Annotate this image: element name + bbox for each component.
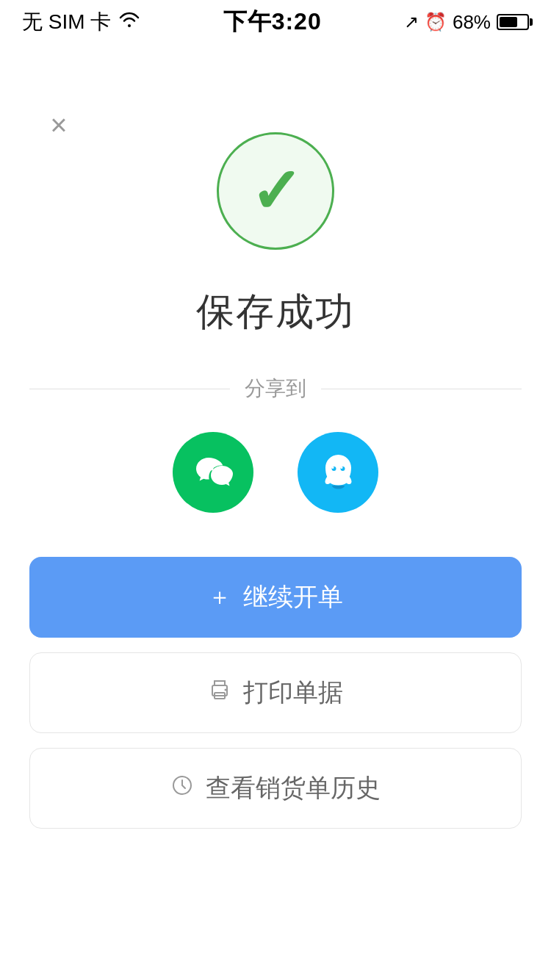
print-receipt-button[interactable]: 打印单据 (29, 652, 522, 733)
status-bar: 无 SIM 卡 下午3:20 ↗ ⏰ 68% (0, 0, 551, 44)
share-label: 分享到 (230, 375, 321, 403)
view-history-label: 查看销货单历史 (206, 771, 381, 805)
svg-point-2 (217, 472, 220, 475)
close-icon: × (50, 110, 67, 140)
svg-point-0 (204, 466, 207, 470)
svg-point-3 (223, 472, 226, 475)
carrier-text: 无 SIM 卡 (22, 8, 111, 36)
share-divider: 分享到 (29, 375, 522, 403)
actions-section: ＋ 继续开单 打印单据 查看销货单历史 (29, 557, 522, 829)
status-time: 下午3:20 (223, 6, 322, 38)
svg-point-7 (340, 466, 342, 469)
location-icon: ↗ (404, 12, 419, 32)
close-button[interactable]: × (37, 103, 81, 147)
view-history-button[interactable]: 查看销货单历史 (29, 748, 522, 829)
status-left: 无 SIM 卡 (22, 8, 140, 36)
svg-point-1 (209, 466, 213, 470)
success-icon-container: ✓ (217, 132, 334, 250)
clock-icon (170, 774, 194, 803)
wechat-share-button[interactable] (173, 432, 253, 513)
share-section: 分享到 (29, 375, 522, 513)
qq-icon (314, 449, 362, 497)
svg-point-10 (225, 689, 227, 691)
success-title: 保存成功 (196, 287, 355, 338)
battery-icon (497, 14, 529, 30)
print-receipt-label: 打印单据 (243, 676, 343, 710)
main-content: × ✓ 保存成功 分享到 (0, 44, 551, 980)
printer-icon (208, 678, 231, 707)
success-circle: ✓ (217, 132, 334, 250)
checkmark-icon: ✓ (250, 160, 302, 223)
continue-order-label: 继续开单 (243, 580, 343, 614)
plus-icon: ＋ (208, 581, 231, 613)
wifi-icon (118, 10, 140, 34)
alarm-icon: ⏰ (425, 12, 447, 32)
wechat-icon (190, 449, 237, 497)
qq-share-button[interactable] (298, 432, 378, 513)
continue-order-button[interactable]: ＋ 继续开单 (29, 557, 522, 638)
battery-percent: 68% (453, 11, 491, 34)
share-icons (29, 432, 522, 513)
svg-point-6 (331, 466, 334, 469)
status-right: ↗ ⏰ 68% (404, 11, 529, 34)
